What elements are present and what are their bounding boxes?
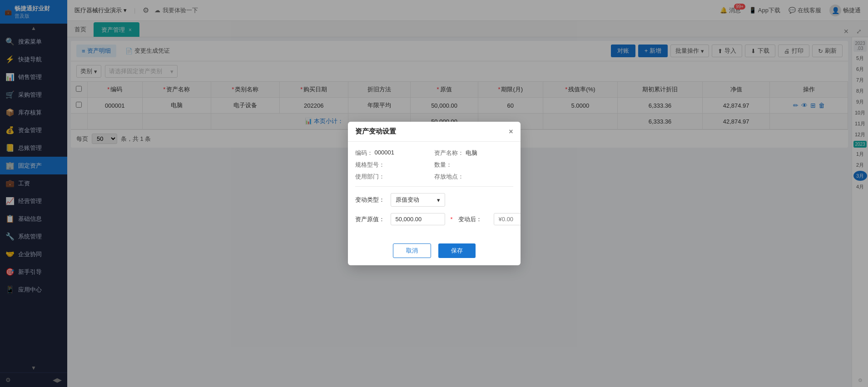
dialog-spec: 规格型号： [355,161,434,169]
dialog-title: 资产变动设置 [355,127,396,136]
dialog-info-grid: 编码： 000001 资产名称： 电脑 规格型号： 数量： 使用部门： [355,149,513,181]
original-value-label: 资产原值： [355,215,387,223]
dialog-code: 编码： 000001 [355,149,434,157]
change-type-select[interactable]: 原值变动 ▾ [391,193,445,207]
cancel-button[interactable]: 取消 [393,243,431,258]
dialog-quantity: 数量： [434,161,513,169]
dialog-divider [355,186,513,187]
dialog-body: 编码： 000001 资产名称： 电脑 规格型号： 数量： 使用部门： [348,142,521,239]
required-star: * [451,216,453,223]
dialog-dept: 使用部门： [355,173,434,181]
dialog-name-value: 电脑 [466,149,477,157]
change-type-value: 原值变动 [396,196,419,204]
asset-change-dialog: 资产变动设置 × 编码： 000001 资产名称： 电脑 规格型号： 数量： [348,122,521,265]
original-value-input[interactable] [391,213,445,225]
dialog-close-btn[interactable]: × [509,128,513,136]
dialog-change-type-field: 变动类型： 原值变动 ▾ [355,193,513,207]
after-value-input[interactable] [494,213,521,225]
change-type-label: 变动类型： [355,196,387,204]
dialog-location: 存放地点： [434,173,513,181]
dialog-code-value: 000001 [375,149,394,157]
dialog-footer: 取消 保存 [348,239,521,265]
save-button[interactable]: 保存 [438,243,476,258]
change-type-dropdown-icon: ▾ [437,197,440,203]
dialog-value-field: 资产原值： * 变动后： [355,213,513,225]
modal-overlay[interactable]: 资产变动设置 × 编码： 000001 资产名称： 电脑 规格型号： 数量： [0,0,868,387]
after-label: 变动后： [458,215,490,223]
dialog-header: 资产变动设置 × [348,122,521,142]
dialog-name: 资产名称： 电脑 [434,149,513,157]
